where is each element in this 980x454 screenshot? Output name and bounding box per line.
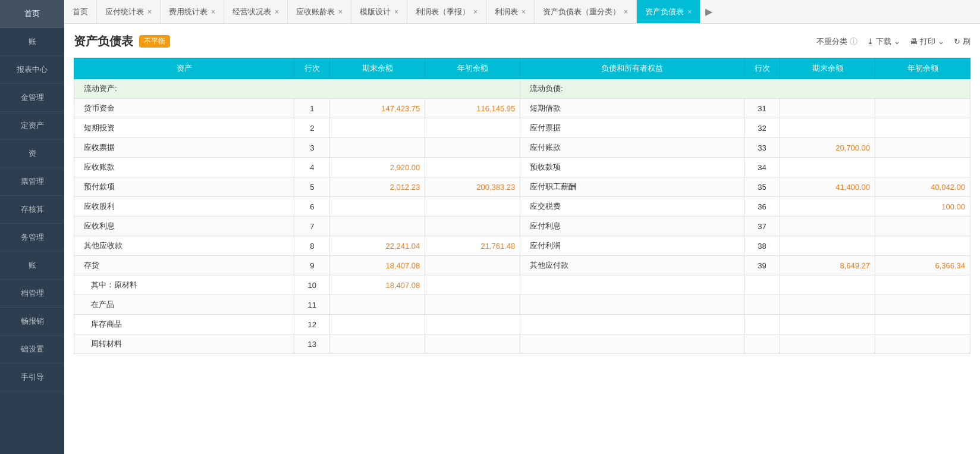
asset-name: 预付款项 [74,177,294,197]
tab-balance-reclassified-close[interactable]: × [624,8,628,16]
period-end-amount[interactable]: 147,423.75 [330,99,425,118]
sidebar-item-fixed-assets[interactable]: 定资产 [0,112,64,140]
tab-business-status-close[interactable]: × [275,8,279,16]
period-end-amount2[interactable]: 8,649.27 [780,256,875,275]
tab-receivable-aging[interactable]: 应收账龄表 × [288,0,351,24]
download-button[interactable]: ⤓ 下载 ⌄ [867,36,900,47]
row-number: 6 [294,197,330,217]
sidebar-item-account[interactable]: 账 [0,28,64,56]
sidebar-item-settings[interactable]: 础设置 [0,336,64,364]
sidebar-item-report-center[interactable]: 报表中心 [0,56,64,84]
period-end-amount2 [780,275,875,295]
year-start-amount[interactable]: 200,383.23 [425,177,520,197]
period-end-amount2 [780,315,875,334]
year-start-amount [425,275,520,295]
sidebar-item-tax[interactable]: 务管理 [0,224,64,252]
tab-profit-label: 利润表 [495,7,518,17]
sidebar-item-ticket[interactable]: 票管理 [0,168,64,196]
year-start-amount2[interactable]: 40,042.00 [875,177,970,197]
tab-business-status-label: 经营状况表 [233,7,271,17]
header-row-num2: 行次 [745,58,780,79]
sidebar-item-inventory[interactable]: 存核算 [0,196,64,224]
tab-profit-quarterly-close[interactable]: × [473,8,478,16]
period-end-amount2 [780,295,875,315]
tab-cost-stats[interactable]: 费用统计表 × [161,0,224,24]
tab-cost-stats-close[interactable]: × [211,8,215,16]
download-chevron-icon: ⌄ [894,37,900,46]
asset-name: 货币资金 [74,99,294,118]
liability-name: 应交税费 [520,197,745,217]
help-icon: ⓘ [850,36,857,47]
year-start-amount2 [875,158,970,177]
tab-payable-stats[interactable]: 应付统计表 × [97,0,161,24]
period-end-amount2[interactable]: 20,700.00 [780,138,875,158]
row-number: 10 [294,275,330,295]
asset-name: 其他应收款 [74,236,294,256]
tab-home[interactable]: 首页 [64,0,97,24]
liability-name: 预收款项 [520,158,745,177]
table-row: 预付款项 5 2,012.23 200,383.23 应付职工薪酬 35 41,… [74,177,970,197]
year-start-amount [425,295,520,315]
year-start-amount2[interactable]: 6,366.34 [875,256,970,275]
no-classify-option[interactable]: 不重分类 ⓘ [816,36,857,47]
period-end-amount[interactable]: 18,407.08 [330,275,425,295]
refresh-label: 刷 [963,36,970,47]
row-number2: 37 [745,217,780,236]
table-row: 在产品 11 [74,295,970,315]
sidebar-item-ledger[interactable]: 账 [0,252,64,280]
period-end-amount [330,138,425,158]
tab-balance-reclassified-label: 资产负债表（重分类） [543,7,620,17]
print-icon: 🖶 [910,37,918,46]
row-number2: 36 [745,197,780,217]
sidebar-item-expense[interactable]: 畅报销 [0,308,64,336]
asset-name: 应收账款 [74,158,294,177]
year-start-amount2 [875,334,970,354]
tab-profit-close[interactable]: × [522,8,526,16]
period-end-amount2[interactable]: 41,400.00 [780,177,875,197]
tab-template-design[interactable]: 模版设计 × [351,0,407,24]
tab-scroll-right[interactable]: ▶ [701,0,717,24]
liability-name: 应付票据 [520,118,745,138]
tab-balance-reclassified[interactable]: 资产负债表（重分类） × [535,0,637,24]
sidebar-item-investment[interactable]: 资 [0,140,64,168]
print-button[interactable]: 🖶 打印 ⌄ [910,36,944,47]
period-end-amount[interactable]: 18,407.08 [330,256,425,275]
year-start-amount2 [875,138,970,158]
tab-balance-label: 资产负债表 [645,7,684,17]
year-start-amount2[interactable]: 100.00 [875,197,970,217]
tab-template-design-label: 模版设计 [360,7,391,17]
sidebar-item-guide[interactable]: 手引导 [0,364,64,392]
tab-home-label: 首页 [73,7,88,17]
header-year-start2: 年初余额 [875,58,970,79]
tab-balance[interactable]: 资产负债表 × [637,0,701,24]
year-start-amount[interactable]: 116,145.95 [425,99,520,118]
tab-business-status[interactable]: 经营状况表 × [224,0,288,24]
refresh-button[interactable]: ↻ 刷 [954,36,970,47]
sidebar-item-home[interactable]: 首页 [0,0,64,28]
unbalanced-badge: 不平衡 [139,35,170,48]
tab-balance-close[interactable]: × [687,8,692,16]
liability-name [520,275,745,295]
table-row: 其他应收款 8 22,241.04 21,761.48 应付利润 38 [74,236,970,256]
tab-receivable-aging-close[interactable]: × [338,8,343,16]
tab-profit[interactable]: 利润表 × [486,0,535,24]
period-end-amount[interactable]: 22,241.04 [330,236,425,256]
tab-template-design-close[interactable]: × [394,8,398,16]
period-end-amount2 [780,217,875,236]
tab-profit-quarterly[interactable]: 利润表（季报） × [407,0,486,24]
header-year-start: 年初余额 [425,58,520,79]
table-row: 应收利息 7 应付利息 37 [74,217,970,236]
sidebar-item-archive[interactable]: 档管理 [0,280,64,308]
sidebar-item-finance[interactable]: 金管理 [0,84,64,112]
period-end-amount2 [780,197,875,217]
tab-receivable-aging-label: 应收账龄表 [296,7,335,17]
period-end-amount[interactable]: 2,012.23 [330,177,425,197]
tab-payable-stats-close[interactable]: × [147,8,152,16]
row-number2: 32 [745,118,780,138]
liability-name [520,315,745,334]
table-row: 其中：原材料 10 18,407.08 [74,275,970,295]
year-start-amount[interactable]: 21,761.48 [425,236,520,256]
row-number: 4 [294,158,330,177]
period-end-amount[interactable]: 2,920.00 [330,158,425,177]
period-end-amount [330,334,425,354]
